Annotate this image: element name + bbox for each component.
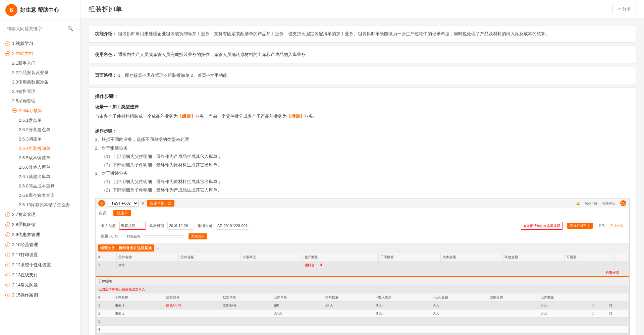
mock-section-top-label: 组装业务、拆卸业务在这里切换 — [98, 244, 154, 252]
mock-topbar: 6 TEST-H002 ⚙ 新建单据一次 🔔 App下载 帮助中心 CC — [96, 199, 629, 208]
sidebar-item-2.6.8[interactable]: 2.6.8商品成本重算 — [0, 181, 80, 191]
mock-td-unit — [241, 261, 303, 269]
mock-apply-btn: 关联调用 — [189, 233, 207, 239]
mock-annotation-enable: 启用处理 — [96, 269, 629, 276]
sidebar-item-coupon[interactable]: + 2.9优惠券管理 — [0, 230, 80, 240]
mock-bth-req: 领料数量 — [323, 293, 374, 301]
collapse-inventory-icon: − — [12, 108, 17, 113]
mock-bth-batch: 批次单价 — [221, 293, 272, 301]
sidebar-item-print[interactable]: + 2.11打印设置 — [0, 250, 80, 260]
sidebar-item-purchase[interactable]: 2.5采购管理 — [0, 96, 80, 106]
scene-block: 场景一：加工类型选择 当由多个子件材料组装成一个成品的业务为【组装】业务，当由一… — [95, 103, 630, 194]
mock-org-value: AD-20191226-001 — [216, 222, 249, 230]
path-block: 页面路径： 1、库存核算->库存管理->组装拆卸单 2、首页->常用功能 — [89, 67, 636, 84]
sidebar: 6 好生意 帮助中心 🔍 + 1.视频学习 − 2.帮助文档 2.1新手入门 2… — [0, 0, 80, 335]
sidebar-item-faq[interactable]: + 2.14常见问题 — [0, 280, 80, 290]
mock-bth-num: # — [97, 293, 113, 301]
mock-form-row2: 数量 人 32 好用品号 关联调用 — [98, 232, 626, 241]
path-label: 页面路径： — [95, 73, 117, 78]
table-row: 1 米米 领料合：10 — [97, 261, 628, 269]
sidebar-item-2.6.4[interactable]: 2.6.4组装拆卸单 — [0, 144, 80, 153]
search-button[interactable]: 🔍 — [67, 26, 73, 31]
sidebar-item-2.6.3[interactable]: 2.6.3调拨单 — [0, 134, 80, 144]
sidebar-item-mobile-label: 2.8手机旺铺 — [12, 222, 36, 228]
sidebar-item-cases[interactable]: + 2.15操作案例 — [0, 290, 80, 300]
mock-td-avail — [565, 261, 615, 269]
steps-label: 操作步骤： — [95, 127, 630, 135]
mock-td-costamt — [441, 261, 503, 269]
mock-confirm-btn: 启用 — [598, 223, 605, 229]
intro-block: 功能介绍： 组装拆卸单用来处理企业组装或拆卸等加工业务，支持有固定装配清单的产品… — [89, 25, 636, 43]
mock-th-num: # — [97, 253, 117, 261]
sidebar-item-2.6.7[interactable]: 2.6.7其他出库单 — [0, 172, 80, 181]
enable-annotation-text: 启用处理 — [605, 270, 619, 276]
sidebar-item-docs[interactable]: − 2.帮助文档 — [0, 49, 80, 59]
scene-title: 场景一：加工类型选择 — [95, 103, 630, 111]
intro-text: 组装拆卸单用来处理企业组装或拆卸等加工业务，支持有固定装配清单的产品加工业务，也… — [118, 31, 550, 36]
mock-bth-op2 — [607, 293, 628, 301]
expand-print-icon: + — [5, 253, 10, 257]
sidebar-item-settings-label: 2.12系统个性化设置 — [12, 262, 51, 268]
mock-section-bottom: 子件明细 — [96, 276, 629, 285]
mock-bth-outqty: 出库数量 — [539, 293, 590, 301]
sidebar-item-data-prep[interactable]: 2.3使用前数据准备 — [0, 77, 80, 87]
mock-logo: 6 — [98, 200, 105, 207]
mock-apps-label: App下载 — [585, 201, 597, 206]
share-label: 分享 — [622, 6, 631, 12]
mock-active-tab: 新建单 — [113, 210, 131, 216]
mock-subnav-home: 自员 — [96, 208, 110, 218]
sidebar-item-2.6.2[interactable]: 2.6.2分量盘点单 — [0, 125, 80, 134]
mock-top-table: # 父件名称 父件规格 计量单位 生产数量 工序数量 成本金额 其他金额 可用量 — [96, 253, 628, 269]
share-button[interactable]: ↗ 分享 — [612, 4, 636, 14]
sidebar-item-video[interactable]: + 1.视频学习 — [0, 39, 80, 49]
mock-bottom-table: # 子件名称 规格型号 批次单价 出库单价 领料数量 +出入关系 +出入金额 票… — [96, 293, 628, 335]
mock-th-prod-qty: 生产数量 — [303, 253, 378, 261]
mock-th-other: 其他金额 — [503, 253, 565, 261]
role-label: 使用角色： — [95, 52, 117, 57]
mock-user-avatar: CC — [620, 200, 626, 206]
mock-app: 6 TEST-H002 ⚙ 新建单据一次 🔔 App下载 帮助中心 CC — [95, 198, 629, 335]
step2-2: （2）下部明细为子件明细，最终作为原材料生成其它出库单。 — [102, 161, 630, 169]
sidebar-item-2.6.6[interactable]: 2.6.6其他入库单 — [0, 163, 80, 172]
sidebar-item-mobile[interactable]: + 2.8手机旺铺 — [0, 220, 80, 230]
step3-sub: （1）上部明细为父件明细，最终作为原材料生成其它出库单； （2）下部明细为子件明… — [95, 178, 630, 194]
sidebar-item-install[interactable]: 2.2产品安装及登录 — [0, 68, 80, 77]
mock-date-value: 2019-12-26 — [167, 222, 194, 230]
sidebar-item-faq-label: 2.14常见问题 — [12, 282, 38, 288]
nav-tree: + 1.视频学习 − 2.帮助文档 2.1新手入门 2.2产品安装及登录 2.3… — [0, 37, 80, 335]
sidebar-item-sales[interactable]: 2.4销售管理 — [0, 87, 80, 96]
step1: 1、根据不同的业务，选择不同单据的类型来处理 — [95, 136, 630, 143]
search-box[interactable]: 🔍 — [4, 24, 76, 33]
sidebar-item-finance[interactable]: + 2.7资金管理 — [0, 210, 80, 220]
mock-ref-label: 好用品号 — [127, 233, 140, 239]
mock-th-avail: 可用量 — [565, 253, 615, 261]
mock-bth-op1 — [590, 293, 607, 301]
role-text: 通常由生产人员或库管人员完成拆装业务的操作，库管人员确认原材料的出库和产成品的入… — [118, 52, 306, 57]
mock-top-table-container: # 父件名称 父件规格 计量单位 生产数量 工序数量 成本金额 其他金额 可用量 — [96, 253, 629, 269]
steps-block: 操作步骤： 场景一：加工类型选择 当由多个子件材料组装成一个成品的业务为【组装】… — [89, 88, 636, 335]
sidebar-item-2.6.9[interactable]: 2.6.9库存账本查询 — [0, 191, 80, 200]
sidebar-item-management[interactable]: + 2.10经营管理 — [0, 240, 80, 250]
sidebar-item-2.6.10[interactable]: 2.6.10库存账本错了怎么办 — [0, 200, 80, 210]
mock-bth-spec: 规格型号 — [164, 293, 221, 301]
sidebar-item-2.6.5[interactable]: 2.6.5成本调整单 — [0, 153, 80, 163]
mock-td-name: 米米 — [117, 261, 179, 269]
mock-settings-icon: ⚙ — [141, 201, 144, 206]
sidebar-item-new-user[interactable]: 2.1新手入门 — [0, 59, 80, 68]
mock-form-row1: 业务类型 组装拆卸 单据日期 2019-12-26 集团公司 AD-201912… — [98, 220, 626, 231]
mock-section-top: 组装业务、拆卸业务在这里切换 ← — [96, 243, 629, 253]
sidebar-item-2.6.1[interactable]: 2.6.1盘点单 — [0, 116, 80, 125]
app-name: 好生意 帮助中心 — [20, 7, 59, 14]
sidebar-item-payment[interactable]: + 2.13在线支付 — [0, 270, 80, 280]
expand-cases-icon: + — [5, 293, 10, 297]
step2-sub: （1）上部明细为父件明细，最终作为产成品生成其它入库单； （2）下部明细为子件明… — [95, 153, 630, 169]
mock-switch-annotation: ← — [157, 245, 160, 251]
sidebar-item-settings[interactable]: + 2.12系统个性化设置 — [0, 260, 80, 270]
sidebar-item-inventory[interactable]: − 2.6库存核算 — [0, 106, 80, 116]
mock-bottom-annotation: 无固定清单可以组装在这里录入 — [96, 285, 629, 293]
scene-desc: 当由多个子件材料组装成一个成品的业务为【组装】业务，当由一个父件拆分成多个子产品… — [95, 113, 630, 120]
path-text: 1、库存核算->库存管理->组装拆卸单 2、首页->常用功能 — [118, 73, 228, 78]
search-input[interactable] — [7, 26, 67, 31]
table-row: 5 — [97, 333, 628, 335]
table-row: 1 服装 1 颜色+尺码 ((算法+)) 领0 30.00 0.00 0.00 — [97, 301, 628, 309]
